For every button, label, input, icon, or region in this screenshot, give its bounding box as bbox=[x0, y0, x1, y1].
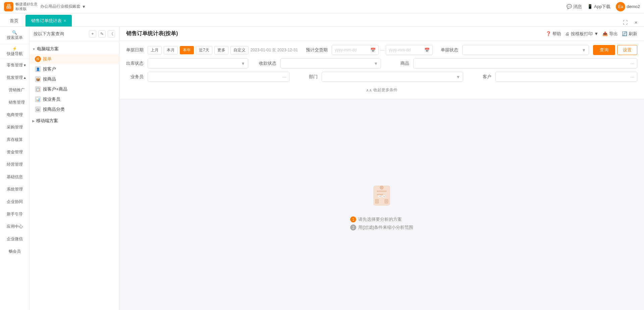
breadcrumb[interactable]: 办公用品行业模拟账套 ▼ bbox=[40, 4, 86, 9]
salesperson-select[interactable]: ··· bbox=[148, 72, 289, 82]
scheme-icon-by-customer-goods: 📋 bbox=[35, 86, 41, 92]
left-panel-actions: + ✎ 《 bbox=[89, 30, 115, 38]
salesperson-label: 业务员 bbox=[126, 74, 144, 80]
avatar: Ea bbox=[616, 2, 625, 11]
customer-select[interactable]: ··· bbox=[495, 72, 637, 82]
collapse-icon: ∧∧ bbox=[366, 88, 372, 93]
tab-close-icon[interactable]: × bbox=[64, 18, 66, 23]
date-range-text: 2023-01-01 至 2023-12-31 bbox=[251, 47, 298, 53]
query-button[interactable]: 查询 bbox=[593, 45, 615, 55]
export-icon: 📤 bbox=[602, 31, 608, 36]
settings-button[interactable]: 设置 bbox=[617, 45, 637, 55]
sidebar-nav-quicknav[interactable]: ⚡ 快捷导航 bbox=[0, 44, 29, 59]
sidebar-item-management[interactable]: 经营管理 bbox=[0, 158, 29, 171]
left-panel-header: 按以下方案查询 + ✎ 《 bbox=[30, 27, 119, 41]
sidebar-item-enterprise[interactable]: 企业协同 bbox=[0, 196, 29, 208]
main-layout: 🔍 搜索菜单 ⚡ 快捷导航 零售管理 ▼ 批发管理 ▲ 营销推广 销售管理 电商… bbox=[0, 27, 644, 310]
date-btn-last-7days[interactable]: 近7天 bbox=[196, 46, 212, 54]
print-button[interactable]: 🖨 按模板打印 ▼ bbox=[565, 31, 598, 37]
tab-maximize-button[interactable]: ⛶ bbox=[621, 18, 629, 27]
scheme-item-by-customer-goods[interactable]: 📋 按客户+商品 bbox=[30, 84, 119, 94]
sidebar-item-basics[interactable]: 基础信息 bbox=[0, 171, 29, 183]
scheme-icon-by-category: 🗂 bbox=[35, 106, 41, 112]
page-title: 销售订单统计表(按单) bbox=[126, 30, 178, 37]
scheme-item-by-order[interactable]: 按 按单 bbox=[30, 54, 119, 64]
sidebar-item-system[interactable]: 系统管理 bbox=[0, 183, 29, 196]
status-label: 单据状态 bbox=[441, 47, 458, 53]
svg-point-3 bbox=[380, 186, 384, 190]
empty-state: 1 请先选择要分析的方案 2 用[过滤]条件来缩小分析范围 bbox=[350, 179, 413, 230]
app-download-button[interactable]: 📱 App下载 bbox=[587, 4, 610, 10]
right-panel: 销售订单统计表(按单) ❓ 帮助 🖨 按模板打印 ▼ 📤 导出 bbox=[119, 27, 644, 310]
breadcrumb-arrow-icon: ▼ bbox=[82, 4, 86, 9]
expected-date-label: 预计交货期 bbox=[306, 47, 328, 53]
date-btn-this-year[interactable]: 本年 bbox=[180, 46, 194, 54]
calendar-start-icon: 📅 bbox=[370, 48, 376, 53]
collapse-filter-button[interactable]: ∧∧ 收起更多条件 bbox=[126, 85, 637, 95]
message-button[interactable]: 💬 消息 bbox=[567, 4, 582, 10]
tab-home[interactable]: 首页 bbox=[4, 15, 24, 27]
scheme-item-by-goods[interactable]: 📦 按商品 bbox=[30, 74, 119, 84]
scheme-item-by-salesperson[interactable]: 📊 按业务员 bbox=[30, 94, 119, 104]
expected-date-group: yyyy-mm-dd 📅 — yyyy-mm-dd 📅 bbox=[332, 45, 433, 55]
status-select[interactable]: ▼ bbox=[462, 45, 589, 55]
scheme-icon-by-customer: 👤 bbox=[35, 66, 41, 72]
filter-row-3: 业务员 ··· 部门 ▼ 客户 ··· bbox=[126, 72, 637, 82]
empty-tips: 1 请先选择要分析的方案 2 用[过滤]条件来缩小分析范围 bbox=[350, 216, 413, 230]
sidebar-search[interactable]: 🔍 搜索菜单 bbox=[0, 27, 29, 44]
sidebar-item-appcenter[interactable]: 应用中心 bbox=[0, 220, 29, 233]
refresh-button[interactable]: 🔄 刷新 bbox=[622, 31, 637, 37]
goods-label: 商品 bbox=[392, 60, 409, 66]
main-content: 1 请先选择要分析的方案 2 用[过滤]条件来缩小分析范围 bbox=[119, 99, 644, 310]
help-button[interactable]: ❓ 帮助 bbox=[546, 31, 561, 37]
sidebar-item-inventory[interactable]: 库存核算 bbox=[0, 134, 29, 146]
date-separator: — bbox=[380, 48, 384, 53]
payment-status-select[interactable]: ▼ bbox=[280, 58, 381, 68]
date-btn-last-month[interactable]: 上月 bbox=[148, 46, 162, 54]
topbar-left: 品 畅捷通好生意 标准版 办公用品行业模拟账套 ▼ bbox=[4, 2, 86, 11]
department-select[interactable]: ▼ bbox=[322, 72, 464, 82]
expected-date-start-input[interactable]: yyyy-mm-dd 📅 bbox=[332, 45, 379, 55]
payment-status-arrow-icon: ▼ bbox=[374, 61, 378, 66]
sidebar-item-wechat[interactable]: 企业微信 bbox=[0, 233, 29, 245]
date-btn-more[interactable]: 更多 bbox=[214, 46, 228, 54]
goods-select[interactable]: ··· bbox=[413, 58, 637, 68]
sidebar-item-finance[interactable]: 资金管理 bbox=[0, 146, 29, 158]
scheme-item-by-customer[interactable]: 👤 按客户 bbox=[30, 64, 119, 74]
tree-section: ▼ 电脑端方案 按 按单 👤 按客户 📦 按商品 bbox=[30, 41, 119, 128]
sidebar-item-newuser[interactable]: 新手引导 bbox=[0, 208, 29, 220]
chevron-down-icon: ▼ bbox=[23, 63, 26, 67]
sidebar-item-purchase[interactable]: 采购管理 bbox=[0, 121, 29, 134]
customer-more-icon[interactable]: ··· bbox=[630, 74, 634, 80]
date-btn-custom[interactable]: 自定义 bbox=[230, 46, 249, 54]
salesperson-more-icon[interactable]: ··· bbox=[282, 74, 286, 80]
logo-text: 畅捷通好生意 标准版 bbox=[15, 2, 38, 11]
scheme-item-by-category[interactable]: 🗂 按商品分类 bbox=[30, 104, 119, 114]
export-button[interactable]: 📤 导出 bbox=[602, 31, 618, 37]
date-btn-this-month[interactable]: 本月 bbox=[164, 46, 178, 54]
user-menu[interactable]: Ea demo2 bbox=[616, 2, 640, 11]
tree-parent-mobile[interactable]: ▶ 移动端方案 bbox=[30, 116, 119, 126]
tip-number-2: 2 bbox=[350, 224, 356, 230]
page-header: 销售订单统计表(按单) ❓ 帮助 🖨 按模板打印 ▼ 📤 导出 bbox=[119, 27, 644, 41]
tab-close-button[interactable]: × bbox=[632, 18, 640, 27]
sidebar-item-wholesale[interactable]: 批发管理 ▲ bbox=[0, 71, 29, 84]
tree-chevron-mobile-icon: ▶ bbox=[32, 119, 35, 123]
sidebar-item-retail[interactable]: 零售管理 ▼ bbox=[0, 59, 29, 71]
delivery-status-select[interactable]: ▼ bbox=[148, 58, 248, 68]
goods-more-icon[interactable]: ··· bbox=[630, 61, 634, 66]
topbar: 品 畅捷通好生意 标准版 办公用品行业模拟账套 ▼ 💬 消息 📱 App下载 E… bbox=[0, 0, 644, 13]
sidebar-item-sales[interactable]: 销售管理 bbox=[0, 96, 29, 109]
delivery-status-label: 出库状态 bbox=[126, 60, 144, 66]
expected-date-end-input[interactable]: yyyy-mm-dd 📅 bbox=[386, 45, 433, 55]
add-scheme-button[interactable]: + bbox=[89, 30, 96, 38]
collapse-panel-button[interactable]: 《 bbox=[108, 30, 115, 38]
edit-scheme-button[interactable]: ✎ bbox=[98, 30, 106, 38]
scheme-icon-by-salesperson: 📊 bbox=[35, 96, 41, 102]
sidebar-item-member[interactable]: 畅会员 bbox=[0, 245, 29, 258]
tab-sales-order[interactable]: 销售订单统计表 × bbox=[25, 15, 72, 27]
sidebar-item-ecommerce[interactable]: 电商管理 bbox=[0, 109, 29, 121]
empty-tip-2: 2 用[过滤]条件来缩小分析范围 bbox=[350, 224, 413, 230]
tree-parent-pc[interactable]: ▼ 电脑端方案 bbox=[30, 44, 119, 54]
sidebar-item-marketing[interactable]: 营销推广 bbox=[0, 84, 29, 96]
